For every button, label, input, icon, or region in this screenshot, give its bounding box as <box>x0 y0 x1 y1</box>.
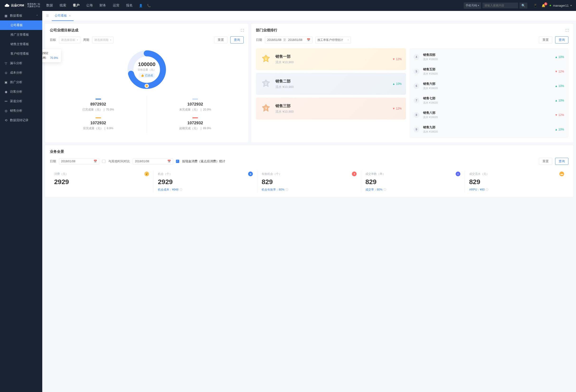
nav-icon: ▣ <box>4 81 8 84</box>
logo[interactable]: 云朵CRM 教育机构一站式服务云平台 <box>4 3 40 8</box>
user-menu[interactable]: manager11 ▾ <box>550 4 572 7</box>
kpi: 消费（元）💰2929 <box>50 171 154 193</box>
sidebar-item[interactable]: ▣推广分析 <box>0 77 42 87</box>
sidebar-item[interactable]: ◎销售分析 <box>0 106 42 116</box>
kpi: 成交流水（元）▬829ARPU：¥80 ⓘ <box>465 171 568 193</box>
kpi-icon: 💰 <box>144 172 149 176</box>
sidebar-item[interactable]: ⟲数据流转记录 <box>0 116 42 125</box>
reset-button[interactable]: 重置 <box>539 36 552 43</box>
metric: 1072932未完成量（元）| 20.9% <box>147 96 244 115</box>
biz-card: 业务全景 日期 2018/01/08📅 与其他时间对比 2018/01/08📅 … <box>45 145 573 197</box>
topnav-item[interactable]: 财务 <box>99 3 106 8</box>
top-nav: 数据线索客户公海财务运营报名 <box>46 3 133 8</box>
topnav-item[interactable]: 公海 <box>86 3 93 8</box>
metric: 1072932超额完成（元）| 89.9% <box>147 115 244 133</box>
topnav-item[interactable]: 数据 <box>46 3 53 8</box>
query-button[interactable]: 查询 <box>555 158 568 165</box>
medal-icon: 2 <box>260 78 272 90</box>
compare-checkbox[interactable] <box>102 160 105 163</box>
topbar: 云朵CRM 教育机构一站式服务云平台 数据线索客户公海财务运营报名 👤 📞 手机… <box>0 0 576 11</box>
mobile-icon[interactable]: 📱 <box>534 4 537 7</box>
sidebar-item[interactable]: 销售主管看板 <box>0 39 42 49</box>
rank-row: 7销售七部流水 ¥19020▲ 10% <box>409 93 568 108</box>
rank-row: 6销售六部流水 ¥19020▲ 10% <box>409 79 568 93</box>
person-icon[interactable]: 👤 <box>139 4 143 7</box>
tab-company-board[interactable]: 公司看板 × <box>52 11 74 21</box>
cash-checkbox[interactable] <box>176 160 179 163</box>
podium-card: 1销售一部流水 ¥10,900▼ 12% <box>256 48 406 70</box>
kpi: 成交单数（单）≡829成交率：80% ⓘ <box>361 171 465 193</box>
topnav-item[interactable]: 线索 <box>59 3 66 8</box>
topnav-item[interactable]: 运营 <box>113 3 119 8</box>
phone-icon[interactable]: 📞 <box>147 4 151 7</box>
svg-text:3: 3 <box>265 106 267 110</box>
help-icon[interactable]: ⓘ <box>486 188 489 192</box>
kpi-icon: ≡ <box>456 172 460 176</box>
sidebar-group-dashboard[interactable]: ▦ 数据看板 ⌃ <box>0 11 42 20</box>
sidebar-item[interactable]: 推广主管看板 <box>0 30 42 39</box>
rank-title: 部门业绩排行 <box>256 28 277 32</box>
biz-date2[interactable]: 2018/01/08📅 <box>133 158 173 164</box>
calendar-icon: 📅 <box>307 38 310 42</box>
biz-date1[interactable]: 2018/01/08📅 <box>59 158 99 164</box>
chart-tooltip: 1072932 所占比例: 70.9% <box>42 49 61 62</box>
kpi-icon: ✦ <box>352 172 357 176</box>
nav-icon: ⊙ <box>4 71 8 75</box>
sidebar-item[interactable]: 公司看板 <box>0 20 42 30</box>
search-button[interactable]: 🔍 <box>519 3 527 8</box>
search-type-select[interactable]: 手机号码 ▾ <box>464 2 481 9</box>
rank-card: 部门业绩排行 ⛶ 日期 2018/01/08至2018/01/08 📅 按工单客… <box>251 24 573 142</box>
query-button[interactable]: 查询 <box>230 36 244 43</box>
sidebar-item[interactable]: ⊙成本分析 <box>0 68 42 77</box>
reset-button[interactable]: 重置 <box>214 36 228 43</box>
medal-icon: 1 <box>260 54 272 65</box>
nav-icon: ⟲ <box>4 119 8 122</box>
expand-icon[interactable]: ⛶ <box>241 29 244 32</box>
target-select[interactable]: 请选择目标▾ <box>59 37 80 43</box>
metric: 8972932已完成量（元）| 70.9% <box>50 96 147 115</box>
kpi: 有效机会（个）✦829机会有效率：80% ⓘ <box>257 171 361 193</box>
close-icon[interactable]: × <box>69 14 71 18</box>
stat-by-select[interactable]: 按工单客户经理统计▾ <box>315 37 351 43</box>
sidebar-item[interactable]: ⚯渠道分析 <box>0 96 42 106</box>
kpi-icon: ▬ <box>559 172 564 176</box>
period-select[interactable]: 请选择周期▾ <box>92 37 114 43</box>
topnav-item[interactable]: 报名 <box>126 3 133 8</box>
kpi: 机会（个）➤2929机会成本：¥948 ⓘ <box>154 171 257 193</box>
topnav-item[interactable]: 客户 <box>73 3 80 8</box>
metric: 1072932应完成量（元）| 8.9% <box>50 115 147 133</box>
sidebar-item[interactable]: ▽漏斗分析 <box>0 59 42 68</box>
goal-title: 公司业绩目标达成 <box>50 28 78 32</box>
rank-row: 9销售九部流水 ¥19020▲ 10% <box>409 122 568 137</box>
search-input[interactable] <box>483 3 518 8</box>
hamburger-icon[interactable]: ☰ <box>45 13 50 19</box>
calendar-icon: 📅 <box>167 160 171 163</box>
calendar-icon: 📅 <box>93 160 97 163</box>
svg-text:1: 1 <box>265 57 267 60</box>
podium-card: 3销售三部流水 ¥10,900▼ 12% <box>256 98 406 120</box>
help-icon[interactable]: ⓘ <box>383 188 386 192</box>
sidebar-item[interactable]: ◉访客分析 <box>0 87 42 96</box>
query-button[interactable]: 查询 <box>555 36 568 43</box>
main-content: ☰ 公司看板 × 公司业绩目标达成 ⛶ 目标 <box>42 11 576 392</box>
podium-card: 2销售二部流水 ¥10,900▲ 10% <box>256 73 406 95</box>
tabbar: ☰ 公司看板 × <box>42 11 576 21</box>
cloud-icon <box>4 3 9 8</box>
svg-text:2: 2 <box>265 82 267 85</box>
medal-icon: 3 <box>260 103 272 114</box>
biz-title: 业务全景 <box>50 150 64 154</box>
help-icon[interactable]: ⓘ <box>285 188 288 192</box>
svg-point-2 <box>145 84 148 88</box>
achieved-badge: 👍已达成 <box>139 73 155 78</box>
date-range[interactable]: 2018/01/08至2018/01/08 📅 <box>265 37 313 43</box>
rank-row: 4销售四部流水 ¥19020▲ 10% <box>409 50 568 64</box>
goal-card: 公司业绩目标达成 ⛶ 目标 请选择目标▾ 周期 请选择周期▾ 重置 查询 <box>45 24 248 142</box>
sidebar-item[interactable]: 客户经理看板 <box>0 49 42 59</box>
expand-icon[interactable]: ⛶ <box>566 29 568 32</box>
reset-button[interactable]: 重置 <box>539 158 552 165</box>
rank-row: 8销售八部流水 ¥19020▼ 12% <box>409 108 568 122</box>
nav-icon: ◉ <box>4 90 8 94</box>
nav-icon: ◎ <box>4 109 8 113</box>
notification-icon[interactable]: 🔔5 <box>542 4 545 7</box>
help-icon[interactable]: ⓘ <box>179 188 182 192</box>
